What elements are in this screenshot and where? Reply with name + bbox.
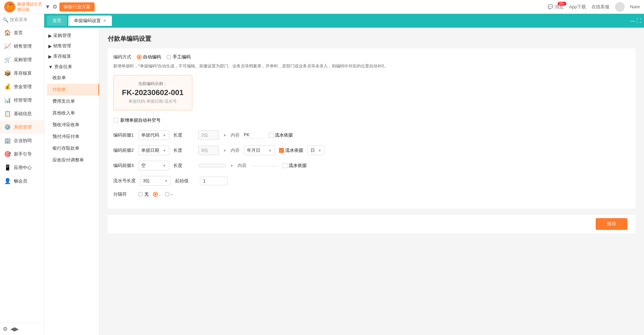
sidebar-search[interactable]: 🔍 搜索菜单 bbox=[0, 14, 44, 26]
tab-home[interactable]: 首页 bbox=[47, 16, 67, 26]
prefix3-length-input bbox=[198, 164, 226, 167]
app-download[interactable]: App下载 bbox=[569, 4, 586, 10]
sidebar-item-operation[interactable]: 📊 经营管理 bbox=[0, 93, 44, 107]
sidebar-item-purchase[interactable]: 🛒 采购管理 bbox=[0, 53, 44, 66]
prefix2-length-chevron: ▼ bbox=[223, 149, 227, 152]
preview-desc: 单据代码-单据日期-流水号 bbox=[122, 99, 184, 104]
prefix1-length-input: 2位 bbox=[198, 130, 219, 140]
bottom-bar: 保存 bbox=[108, 214, 636, 233]
collapse-btn[interactable]: ◀▶ bbox=[10, 326, 19, 332]
manual-code-radio[interactable]: 手工编码 bbox=[166, 54, 191, 60]
sidebar-item-apps[interactable]: 📱 应用中心 bbox=[0, 161, 44, 174]
serial-length-label: 流水号长度 bbox=[113, 178, 136, 184]
preview-code: FK-20230602-001 bbox=[122, 88, 184, 97]
arrow-down-icon: ▼ bbox=[48, 64, 53, 69]
sub-nav-item-prepay-pay[interactable]: 预付冲应付单 bbox=[47, 131, 99, 142]
tab-maximize-btn[interactable]: ⛶ bbox=[636, 18, 641, 24]
guide-icon: 🎯 bbox=[4, 151, 11, 157]
sub-nav-children-capital: 收款单 付款单 费用支出单 其他收入单 预收冲应收单 预付冲 bbox=[44, 72, 99, 166]
system-icon: ⚙️ bbox=[4, 124, 11, 130]
sub-nav-group-sales[interactable]: ▶ 销售管理 bbox=[44, 41, 99, 51]
sidebar-item-system[interactable]: ⚙️ 系统管理 bbox=[0, 120, 44, 134]
prefix1-serial-checkbox[interactable] bbox=[269, 133, 273, 138]
prefix3-serial-check: 流水依据 bbox=[282, 162, 307, 169]
sub-nav-item-ar-ap-adjust[interactable]: 应收应付调整单 bbox=[47, 154, 99, 166]
sidebar-item-enterprise[interactable]: 🏢 企业协同 bbox=[0, 134, 44, 147]
prefix2-content-chevron: ▼ bbox=[268, 149, 272, 152]
prefix1-row: 编码前缀1 单据代码 ▼ 长度 2位 ▼ 内容 FK bbox=[113, 130, 630, 140]
arrow-right-icon: ▶ bbox=[48, 54, 52, 59]
apps-icon: 📱 bbox=[4, 164, 11, 171]
user-avatar[interactable] bbox=[615, 2, 625, 12]
encoding-section: 编码方式 自动编码 手工编码 bbox=[108, 48, 636, 208]
sub-nav-item-other-income[interactable]: 其他收入单 bbox=[47, 107, 99, 119]
online-service[interactable]: 在线客服 bbox=[592, 4, 609, 10]
separator-dot-radio[interactable]: . bbox=[153, 192, 161, 197]
dropdown-btn[interactable]: ▼ bbox=[45, 4, 50, 10]
prefix2-day-select[interactable]: 日 ▼ bbox=[307, 146, 325, 155]
separator-dot-dot bbox=[153, 192, 158, 197]
finance-icon: 💰 bbox=[4, 83, 11, 90]
auto-code-radio-dot bbox=[137, 55, 142, 59]
basic-icon: 📋 bbox=[4, 110, 11, 117]
sidebar-item-finance[interactable]: 💰 资金管理 bbox=[0, 80, 44, 93]
sidebar-item-basic[interactable]: 📋 基础信息 bbox=[0, 107, 44, 120]
content-area: 首页 单据编码设置 ✕ — ⛶ ▶ 采购管理 ▶ 销售管理 bbox=[44, 14, 644, 335]
prefix2-content-label: 内容 bbox=[231, 147, 240, 153]
separator-dash-radio[interactable]: - bbox=[165, 192, 172, 197]
prefix3-chevron-icon: ▼ bbox=[163, 164, 166, 168]
prefix1-length-chevron: ▼ bbox=[223, 133, 227, 137]
separator-none-radio[interactable]: 无 bbox=[138, 191, 149, 197]
prefix2-serial-checkbox[interactable]: ✓ bbox=[279, 148, 284, 153]
prefix3-select[interactable]: 空 ▼ bbox=[138, 161, 169, 170]
top-bar-right: 💬 消息 99+ App下载 在线客服 Nare bbox=[548, 2, 640, 12]
encoding-method-row: 编码方式 自动编码 手工编码 bbox=[113, 54, 630, 60]
sub-nav-group-purchase[interactable]: ▶ 采购管理 bbox=[44, 30, 99, 41]
sidebar-item-member[interactable]: 👤 畅会员 bbox=[0, 174, 44, 188]
tab-encoding[interactable]: 单据编码设置 ✕ bbox=[68, 16, 112, 26]
main-layout: 🔍 搜索菜单 🏠 首页 📈 销售管理 🛒 采购管理 📦 库存核算 💰 资金管理 … bbox=[0, 14, 644, 335]
encoding-method-label: 编码方式 bbox=[113, 54, 131, 60]
sub-nav-item-bank[interactable]: 银行存取款单 bbox=[47, 142, 99, 154]
auto-fill-checkbox[interactable] bbox=[113, 118, 118, 123]
serial-chevron-icon: ▼ bbox=[164, 179, 168, 183]
encoding-radio-group: 自动编码 手工编码 bbox=[137, 54, 191, 60]
sub-nav-group-inventory[interactable]: ▶ 库存核算 bbox=[44, 51, 99, 62]
sidebar-item-guide[interactable]: 🎯 新手引导 bbox=[0, 147, 44, 161]
prefix3-serial-checkbox[interactable] bbox=[282, 163, 287, 168]
top-bar: 🍊 畅捷通好生意 旗品版 ▼ ⚙ 体验行业方案 💬 消息 99+ App下载 在… bbox=[0, 0, 644, 14]
enterprise-icon: 🏢 bbox=[4, 137, 11, 144]
save-button[interactable]: 保存 bbox=[596, 218, 627, 230]
page-title: 付款单编码设置 bbox=[108, 35, 636, 43]
sub-nav-item-receipt[interactable]: 收款单 bbox=[47, 72, 99, 84]
auto-fill-label: 新增单据自动补空号 bbox=[120, 117, 161, 123]
tab-close-icon[interactable]: ✕ bbox=[103, 18, 106, 23]
message-badge[interactable]: 💬 消息 99+ bbox=[548, 4, 564, 10]
prefix1-chevron-icon: ▼ bbox=[163, 133, 166, 137]
serial-length-select[interactable]: 3位 ▼ bbox=[140, 176, 171, 186]
sidebar-item-inventory[interactable]: 📦 库存核算 bbox=[0, 66, 44, 80]
info-text: 新增单据时，*单据编码*自动生成，不可编辑。前缀设置为部门、业务员等档案类，开单… bbox=[113, 63, 630, 69]
page-content: 付款单编码设置 编码方式 自动编码 手工编码 bbox=[99, 28, 644, 335]
trial-button[interactable]: 体验行业方案 bbox=[59, 2, 95, 11]
sub-nav-item-expense[interactable]: 费用支出单 bbox=[47, 95, 99, 107]
settings-bottom-btn[interactable]: ⚙ bbox=[3, 326, 8, 332]
prefix1-select[interactable]: 单据代码 ▼ bbox=[138, 130, 169, 140]
prefix2-content-select[interactable]: 年月日 ▼ bbox=[244, 146, 275, 155]
prefix3-content-value bbox=[251, 165, 278, 166]
serial-start-label: 起始值 bbox=[175, 178, 196, 184]
auto-code-radio[interactable]: 自动编码 bbox=[137, 54, 161, 60]
preview-label: 当前编码示例： bbox=[122, 81, 184, 87]
serial-start-input[interactable]: 1 bbox=[200, 177, 228, 185]
sub-nav-group-capital[interactable]: ▼ 资金往来 bbox=[44, 62, 99, 72]
sidebar-item-home[interactable]: 🏠 首页 bbox=[0, 26, 44, 39]
logo-text: 畅捷通好生意 旗品版 bbox=[17, 2, 42, 12]
sidebar-item-sales[interactable]: 📈 销售管理 bbox=[0, 39, 44, 53]
tab-minimize-btn[interactable]: — bbox=[630, 18, 635, 24]
settings-btn[interactable]: ⚙ bbox=[52, 3, 57, 10]
sub-nav: ▶ 采购管理 ▶ 销售管理 ▶ 库存核算 ▼ 资金往来 收款单 bbox=[44, 28, 99, 335]
sub-nav-item-prepay-receive[interactable]: 预收冲应收单 bbox=[47, 119, 99, 131]
separator-dash-dot bbox=[165, 192, 170, 197]
prefix2-select[interactable]: 单据日期 ▼ bbox=[138, 146, 169, 155]
sub-nav-item-payment[interactable]: 付款单 bbox=[47, 84, 99, 95]
